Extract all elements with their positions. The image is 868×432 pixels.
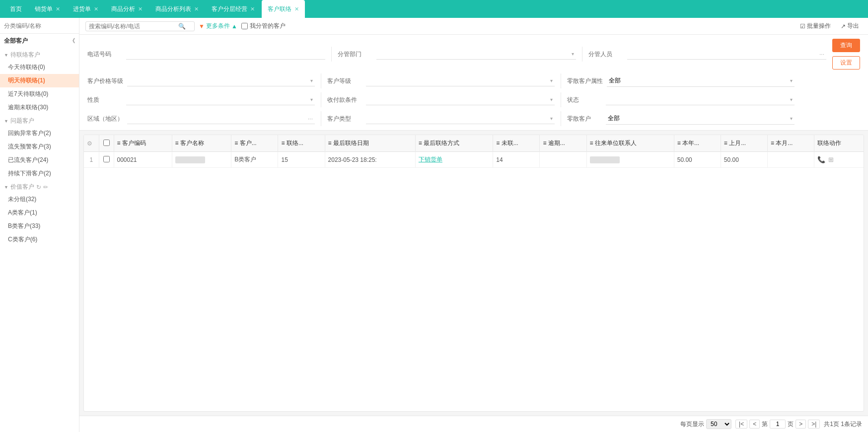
export-btn[interactable]: ↗ 导出 xyxy=(838,21,862,31)
my-customers-checkbox[interactable]: 我分管的客户 xyxy=(241,22,286,30)
sidebar-item-today-contact[interactable]: 今天待联络(0) xyxy=(0,61,79,74)
filter-row-3: 性质 ▾ 收付款条件 ▾ 状态 xyxy=(87,92,860,107)
chevron-down-icon: ▾ xyxy=(790,116,793,121)
phone-input[interactable] xyxy=(126,49,325,60)
nature-select[interactable]: ▾ xyxy=(126,94,315,105)
batch-operation-btn[interactable]: ☑ 批量操作 xyxy=(797,21,834,31)
sidebar-item-type-a[interactable]: A类客户(1) xyxy=(0,206,79,219)
column-last-contact-date: ≡ 最后联络日期 xyxy=(325,135,415,152)
sidebar-item-tomorrow-contact[interactable]: 明天待联络(1) xyxy=(0,74,79,87)
per-page-select[interactable]: 50 100 200 xyxy=(706,419,731,429)
column-action: 联络动作 xyxy=(814,135,864,152)
nav-customer-tiered[interactable]: 客户分层经营 ✕ xyxy=(206,0,261,18)
person-field: 分管人员 ··· xyxy=(588,49,826,60)
row-name xyxy=(172,152,231,168)
grid-action-icon[interactable]: ⊞ xyxy=(828,156,834,163)
row-checkbox[interactable] xyxy=(99,152,114,168)
nav-purchase-order[interactable]: 进货单 ✕ xyxy=(67,0,104,18)
first-page-btn[interactable]: |< xyxy=(735,420,747,429)
dots-icon: ··· xyxy=(308,115,313,122)
row-last-month: 50.00 xyxy=(721,152,767,168)
chevron-up-icon: ▲ xyxy=(231,23,237,30)
close-icon[interactable]: ✕ xyxy=(294,6,299,12)
filter-row-2: 客户价格等级 ▾ 客户等级 ▾ 零散客户属性 xyxy=(87,73,860,88)
dept-select[interactable]: ▾ xyxy=(376,49,576,60)
sidebar-item-type-c[interactable]: C类客户(6) xyxy=(0,233,79,246)
region-field: 区域（地区） ··· xyxy=(87,113,315,124)
all-customers-header[interactable]: 全部客户 《 xyxy=(0,34,79,48)
page-input[interactable] xyxy=(770,420,786,429)
sidebar-item-ungrouped[interactable]: 未分组(32) xyxy=(0,193,79,206)
phone-action-icon[interactable]: 📞 xyxy=(817,156,825,163)
export-icon: ↗ xyxy=(841,23,846,30)
triangle-icon: ▼ xyxy=(4,119,8,124)
sidebar-item-7days-contact[interactable]: 近7天待联络(0) xyxy=(0,87,79,101)
payment-select[interactable]: ▾ xyxy=(366,94,555,105)
chevron-down-icon: ▾ xyxy=(550,78,553,83)
close-icon[interactable]: ✕ xyxy=(194,6,199,12)
close-icon[interactable]: ✕ xyxy=(250,6,255,12)
person-select[interactable]: ··· xyxy=(627,49,826,60)
nature-field: 性质 ▾ xyxy=(87,94,315,105)
close-icon[interactable]: ✕ xyxy=(56,6,60,12)
customer-type-field: 客户类型 ▾ xyxy=(327,113,555,124)
payment-field: 收付款条件 ▾ xyxy=(327,94,555,105)
sidebar-item-repurchase-abnormal[interactable]: 回购异常客户(2) xyxy=(0,127,79,140)
sidebar-item-churn-warning[interactable]: 流失预警客户(3) xyxy=(0,140,79,153)
top-navigation: 首页 销货单 ✕ 进货单 ✕ 商品分析 ✕ 商品分析列表 ✕ 客户分层经营 ✕ … xyxy=(0,0,868,18)
column-code: ≡ 客户编码 xyxy=(114,135,172,152)
refresh-icon[interactable]: ↻ xyxy=(36,184,41,191)
close-icon[interactable]: ✕ xyxy=(94,6,98,12)
status-select[interactable]: ▾ xyxy=(606,94,795,105)
sidebar-item-declining[interactable]: 持续下滑客户(2) xyxy=(0,167,79,180)
filter-row-1: 电话号码 分管部门 ▾ 分管人员 ··· xyxy=(87,39,860,70)
column-this-year: ≡ 本年... xyxy=(674,135,721,152)
nav-customer-contact[interactable]: 客户联络 ✕ xyxy=(262,0,305,18)
edit-icon[interactable]: ✏ xyxy=(43,184,48,191)
prev-page-btn[interactable]: < xyxy=(749,420,760,429)
dept-field: 分管部门 ▾ xyxy=(338,49,576,60)
last-page-btn[interactable]: >| xyxy=(808,420,820,429)
nav-sales-order[interactable]: 销货单 ✕ xyxy=(29,0,66,18)
nav-home[interactable]: 首页 xyxy=(4,0,28,18)
row-this-year: 50.00 xyxy=(674,152,721,168)
next-page-btn[interactable]: > xyxy=(796,420,806,429)
table-row: 1 000021 B类客户 xyxy=(84,152,864,168)
column-type: ≡ 客户... xyxy=(231,135,278,152)
chevron-down-icon: ▾ xyxy=(550,97,553,102)
group-label-problem: ▼ 问题客户 xyxy=(0,114,79,127)
retail-customer-select[interactable]: 全部 ▾ xyxy=(606,113,795,125)
nav-product-analysis-list[interactable]: 商品分析列表 ✕ xyxy=(149,0,205,18)
close-icon[interactable]: ✕ xyxy=(138,6,143,12)
sidebar-item-churned[interactable]: 已流失客户(24) xyxy=(0,153,79,167)
row-type: B类客户 xyxy=(231,152,278,168)
row-overdue xyxy=(540,152,586,168)
sidebar-search-input[interactable] xyxy=(4,22,78,29)
page-navigation: |< < 第 页 > >| xyxy=(735,420,820,429)
nav-product-analysis[interactable]: 商品分析 ✕ xyxy=(105,0,148,18)
table-header-row: ⚙ ≡ 客户编码 ≡ 客户名称 ≡ 客户... xyxy=(84,135,864,152)
customer-type-select[interactable]: ▾ xyxy=(366,113,555,124)
filter-row-4: 区域（地区） ··· 客户类型 ▾ 零散客户 xyxy=(87,111,860,126)
search-input[interactable] xyxy=(89,23,178,30)
settings-button[interactable]: 设置 xyxy=(832,56,860,70)
contact-person-blurred xyxy=(590,156,620,163)
query-button[interactable]: 查询 xyxy=(832,39,860,52)
more-conditions-btn[interactable]: ▼ 更多条件 ▲ xyxy=(199,22,237,30)
retail-attr-select[interactable]: 全部 ▾ xyxy=(607,75,795,87)
sidebar-item-overdue-contact[interactable]: 逾期未联络(30) xyxy=(0,101,79,114)
collapse-icon: 《 xyxy=(70,37,75,45)
column-gear[interactable]: ⚙ xyxy=(84,135,99,152)
sidebar-item-type-b[interactable]: B类客户(33) xyxy=(0,219,79,233)
status-field: 状态 ▾ xyxy=(567,94,795,105)
retail-attr-field: 零散客户属性 全部 ▾ xyxy=(567,75,795,87)
row-select-checkbox[interactable] xyxy=(103,156,110,162)
price-level-select[interactable]: ▾ xyxy=(127,75,315,86)
search-icon[interactable]: 🔍 xyxy=(178,23,186,30)
select-all-checkbox[interactable] xyxy=(103,140,110,146)
my-customers-check[interactable] xyxy=(241,23,248,29)
chevron-down-icon: ▾ xyxy=(572,51,574,57)
column-overdue: ≡ 逾期... xyxy=(540,135,586,152)
region-select[interactable]: ··· xyxy=(127,113,315,124)
customer-level-select[interactable]: ▾ xyxy=(366,75,555,86)
